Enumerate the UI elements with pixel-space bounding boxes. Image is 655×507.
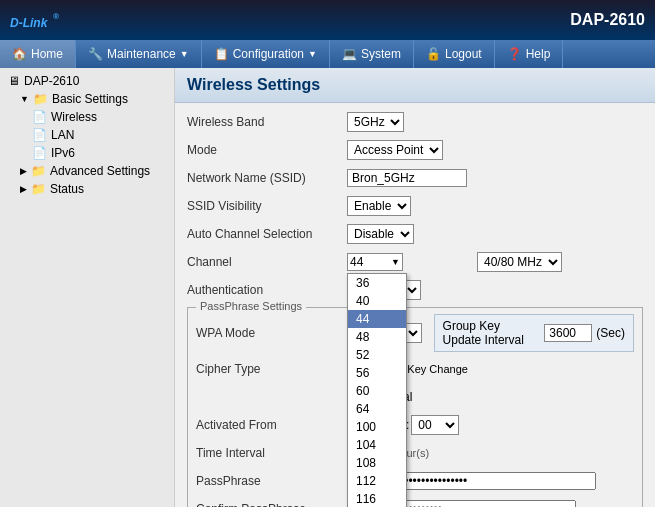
system-icon: 💻: [342, 47, 357, 61]
ssid-vis-select[interactable]: Enable: [347, 196, 411, 216]
page-title: Wireless Settings: [187, 76, 643, 94]
folder-icon3: 📁: [31, 182, 46, 196]
group-key-area: Group Key Update Interval (Sec): [434, 314, 634, 352]
ssid-vis-control: Enable: [347, 196, 411, 216]
expand-icon: ▼: [20, 94, 29, 104]
sidebar-item-dap[interactable]: 🖥 DAP-2610: [4, 72, 170, 90]
doc-icon3: 📄: [32, 146, 47, 160]
sidebar-status-label: Status: [50, 182, 84, 196]
sidebar-wireless-label: Wireless: [51, 110, 97, 124]
channel-option-100[interactable]: 100: [348, 418, 406, 436]
sidebar-item-wireless[interactable]: 📄 Wireless: [4, 108, 170, 126]
channel-option-108[interactable]: 108: [348, 454, 406, 472]
nav-system[interactable]: 💻 System: [330, 40, 414, 68]
ssid-label: Network Name (SSID): [187, 171, 347, 185]
mode-select[interactable]: Access Point: [347, 140, 443, 160]
channel-control: 44 ▼ 36 40 44 48 52 56 60 64 100: [347, 252, 562, 272]
doc-icon: 📄: [32, 110, 47, 124]
logout-icon: 🔓: [426, 47, 441, 61]
header: D-Link ® DAP-2610: [0, 0, 655, 40]
navbar: 🏠 Home 🔧 Maintenance ▼ 📋 Configuration ▼…: [0, 40, 655, 68]
nav-configuration[interactable]: 📋 Configuration ▼: [202, 40, 330, 68]
passphrase-section: PassPhrase Settings WPA Mode Only Group …: [187, 307, 643, 507]
nav-help[interactable]: ❓ Help: [495, 40, 564, 68]
manual-row: Manual: [196, 386, 634, 408]
channel-option-64[interactable]: 64: [348, 400, 406, 418]
channel-arrow-icon: ▼: [391, 257, 400, 267]
ssid-vis-label: SSID Visibility: [187, 199, 347, 213]
cipher-row: Cipher Type Periodical Key Change: [196, 358, 634, 380]
sidebar-item-basic[interactable]: ▼ 📁 Basic Settings: [4, 90, 170, 108]
channel-option-60[interactable]: 60: [348, 382, 406, 400]
nav-home-label: Home: [31, 47, 63, 61]
folder-icon2: 📁: [31, 164, 46, 178]
channel-option-48[interactable]: 48: [348, 328, 406, 346]
passphrase-field-label: PassPhrase: [196, 474, 356, 488]
nav-help-label: Help: [526, 47, 551, 61]
sidebar-basic-label: Basic Settings: [52, 92, 128, 106]
chevron-down-icon2: ▼: [308, 49, 317, 59]
channel-option-44[interactable]: 44: [348, 310, 406, 328]
auto-channel-control: Disable: [347, 224, 414, 244]
computer-icon: 🖥: [8, 74, 20, 88]
group-key-label: Group Key Update Interval: [443, 319, 541, 347]
channel-option-112[interactable]: 112: [348, 472, 406, 490]
channel-option-40[interactable]: 40: [348, 292, 406, 310]
nav-home[interactable]: 🏠 Home: [0, 40, 76, 68]
time-interval-row: Time Interval (1~168)hour(s): [196, 442, 634, 464]
content-area: Wireless Settings Wireless Band 5GHz Mod…: [175, 68, 655, 507]
sidebar: 🖥 DAP-2610 ▼ 📁 Basic Settings 📄 Wireless…: [0, 68, 175, 507]
channel-option-116[interactable]: 116: [348, 490, 406, 507]
content-header: Wireless Settings: [175, 68, 655, 103]
auto-channel-select[interactable]: Disable: [347, 224, 414, 244]
channel-row: Channel 44 ▼ 36 40 44 48 52 5: [187, 251, 643, 273]
mode-control: Access Point: [347, 140, 443, 160]
mode-label: Mode: [187, 143, 347, 157]
passphrase-row: PassPhrase: [196, 470, 634, 492]
content-body: Wireless Band 5GHz Mode Access Point: [175, 103, 655, 507]
wireless-band-select[interactable]: 5GHz: [347, 112, 404, 132]
channel-width-inline: 40/80 MHz: [477, 252, 562, 272]
nav-system-label: System: [361, 47, 401, 61]
sidebar-lan-label: LAN: [51, 128, 74, 142]
folder-icon: 📁: [33, 92, 48, 106]
nav-maintenance[interactable]: 🔧 Maintenance ▼: [76, 40, 202, 68]
channel-select-display[interactable]: 44 ▼: [347, 253, 403, 271]
channel-width-select[interactable]: 40/80 MHz: [477, 252, 562, 272]
sidebar-ipv6-label: IPv6: [51, 146, 75, 160]
channel-value: 44: [350, 255, 363, 269]
nav-logout[interactable]: 🔓 Logout: [414, 40, 495, 68]
channel-option-104[interactable]: 104: [348, 436, 406, 454]
maintenance-icon: 🔧: [88, 47, 103, 61]
ssid-input[interactable]: [347, 169, 467, 187]
channel-option-52[interactable]: 52: [348, 346, 406, 364]
sidebar-item-advanced[interactable]: ▶ 📁 Advanced Settings: [4, 162, 170, 180]
chevron-down-icon: ▼: [180, 49, 189, 59]
wireless-band-row: Wireless Band 5GHz: [187, 111, 643, 133]
wpa-mode-row: WPA Mode Only Group Key Update Interval …: [196, 314, 634, 352]
main-layout: 🖥 DAP-2610 ▼ 📁 Basic Settings 📄 Wireless…: [0, 68, 655, 507]
doc-icon2: 📄: [32, 128, 47, 142]
nav-logout-label: Logout: [445, 47, 482, 61]
confirm-passphrase-row: Confirm PassPhrase: [196, 498, 634, 507]
time-interval-label: Time Interval: [196, 446, 356, 460]
sidebar-item-lan[interactable]: 📄 LAN: [4, 126, 170, 144]
time-min-select[interactable]: 00: [411, 415, 459, 435]
cipher-label: Cipher Type: [196, 362, 356, 376]
mode-row: Mode Access Point: [187, 139, 643, 161]
channel-option-36[interactable]: 36: [348, 274, 406, 292]
sidebar-dap-label: DAP-2610: [24, 74, 79, 88]
channel-dropdown-container: 44 ▼ 36 40 44 48 52 56 60 64 100: [347, 253, 403, 271]
group-key-input[interactable]: [544, 324, 592, 342]
sidebar-advanced-label: Advanced Settings: [50, 164, 150, 178]
auto-channel-label: Auto Channel Selection: [187, 227, 347, 241]
nav-maintenance-label: Maintenance: [107, 47, 176, 61]
activated-row: Activated From 00 : 00: [196, 414, 634, 436]
auth-row: Authentication Personal: [187, 279, 643, 301]
sidebar-item-status[interactable]: ▶ 📁 Status: [4, 180, 170, 198]
channel-dropdown[interactable]: 36 40 44 48 52 56 60 64 100 104 108 112: [347, 273, 407, 507]
logo-dlink: D-Link: [10, 16, 47, 30]
auto-channel-row: Auto Channel Selection Disable: [187, 223, 643, 245]
channel-option-56[interactable]: 56: [348, 364, 406, 382]
sidebar-item-ipv6[interactable]: 📄 IPv6: [4, 144, 170, 162]
